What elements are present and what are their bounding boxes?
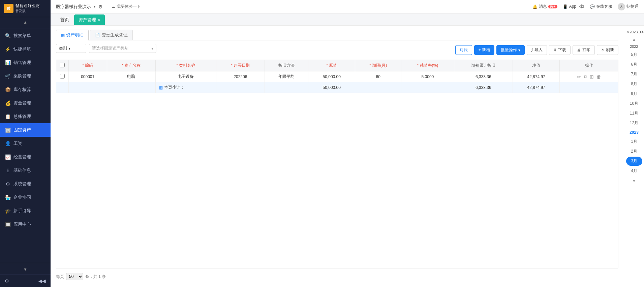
per-page-label: 每页 <box>56 274 64 280</box>
sidebar-item-search[interactable]: 🔍 搜索菜单 <box>0 29 51 42</box>
sidebar-item-operations[interactable]: 📈 经营管理 <box>0 150 51 164</box>
refresh-button[interactable]: ↻ 刷新 <box>597 45 618 55</box>
sidebar-item-ledger[interactable]: 📋 总账管理 <box>0 110 51 123</box>
year-2023-label: 2023 <box>626 128 642 136</box>
print-button[interactable]: 🖨 打印 <box>573 45 595 55</box>
th-purchase-date: * 购买日期 <box>216 60 265 71</box>
sidebar-item-sales[interactable]: 📊 销售管理 <box>0 56 51 69</box>
td-purchase-date: 202206 <box>216 71 265 82</box>
sidebar-item-payroll[interactable]: 👤 工资 <box>0 137 51 150</box>
sidebar-item-basic-info[interactable]: ℹ 基础信息 <box>0 164 51 177</box>
sub-tab-voucher[interactable]: 📄 变更生成凭证 <box>90 30 133 40</box>
sidebar-item-system[interactable]: ⚙ 系统管理 <box>0 177 51 191</box>
sidebar-item-fixed-assets[interactable]: 🏢 固定资产 <box>0 123 51 137</box>
tab-home[interactable]: 首页 <box>56 14 73 25</box>
message-label: 消息 <box>539 4 547 9</box>
subtotal-net-value: 42,874.97 <box>513 82 559 93</box>
refresh-icon: ↻ <box>601 48 605 53</box>
subtotal-empty5 <box>265 82 308 93</box>
subtotal-empty6 <box>355 82 401 93</box>
tab-assets-close[interactable]: ✕ <box>97 18 100 22</box>
funds-icon: 💰 <box>5 100 11 106</box>
month-2022-9[interactable]: 9月 <box>626 89 642 98</box>
collapse-icon[interactable]: ◀◀ <box>38 278 46 284</box>
print-label: 打印 <box>582 47 590 53</box>
sidebar-item-label: 销售管理 <box>13 60 31 66</box>
message-btn[interactable]: 🔔 消息 99+ <box>532 4 557 9</box>
company-dropdown-icon[interactable]: ▾ <box>94 4 96 9</box>
category-select[interactable]: 类别 ▾ <box>56 44 86 53</box>
sidebar-item-label: 库存核算 <box>13 87 31 93</box>
month-2022-8[interactable]: 8月 <box>626 79 642 89</box>
right-panel-close-icon[interactable]: ✕ <box>626 30 630 34</box>
user-name: 畅捷通 <box>626 4 639 9</box>
sidebar-item-purchase[interactable]: 🛒 采购管理 <box>0 69 51 83</box>
settings-icon[interactable]: ⚙ <box>5 278 9 284</box>
reconcile-button[interactable]: 对账 <box>455 45 472 55</box>
batch-label: 批量操作 <box>501 47 517 53</box>
sub-tab-asset-detail[interactable]: ▦ 资产明细 <box>56 30 89 40</box>
assets-table-container: * 编码 * 资产名称 * 类别名称 * 购买日期 折旧方法 * 原值 * 期限… <box>56 60 618 268</box>
month-2022-6[interactable]: 6月 <box>626 60 642 69</box>
month-2023-2[interactable]: 2月 <box>626 147 642 156</box>
sidebar-item-guide[interactable]: 🎓 新手引导 <box>0 204 51 218</box>
service-btn[interactable]: 💬 在线客服 <box>590 4 612 9</box>
toolbar-left: 类别 ▾ 请选择固定资产类别 ▾ <box>56 44 156 56</box>
reconcile-label: 对账 <box>460 47 468 53</box>
month-2022-11[interactable]: 11月 <box>626 109 642 118</box>
total-label: 条，共 1 条 <box>85 274 106 280</box>
sidebar-scroll-down[interactable]: ▼ <box>22 266 29 273</box>
sidebar-scroll-up[interactable]: ▲ <box>22 19 29 26</box>
right-panel-header: ✕ 2023.03 ⤢ <box>624 28 644 36</box>
td-net-value: 42,874.97 <box>513 71 559 82</box>
sidebar: 财 畅捷通好业财 普及版 ▲ 🔍 搜索菜单 ⚡ 快捷导航 📊 销售管理 🛒 采购… <box>0 0 51 287</box>
delete-action[interactable]: 🗑 <box>596 74 601 79</box>
batch-button[interactable]: 批量操作 ▾ <box>496 45 525 55</box>
category-input-arrow: ▾ <box>151 46 153 51</box>
system-icon: ⚙ <box>5 181 11 187</box>
user-menu[interactable]: 人 畅捷通 <box>618 3 639 10</box>
th-actions: 操作 <box>560 60 618 71</box>
company-gear-icon[interactable]: ⚙ <box>98 4 103 9</box>
th-name: * 资产名称 <box>107 60 155 71</box>
download-btn[interactable]: 📱 App下载 <box>563 4 584 9</box>
month-2023-1[interactable]: 1月 <box>626 137 642 146</box>
per-page-select[interactable]: 50 10 20 100 <box>66 273 83 280</box>
experience-btn[interactable]: ☁ 我要体验一下 <box>111 4 141 9</box>
panel-up-btn[interactable]: ▲ <box>631 36 638 43</box>
sidebar-item-label: 总账管理 <box>13 114 31 120</box>
subtotal-original-value: 50,000.00 <box>308 82 355 93</box>
select-all-checkbox[interactable] <box>60 63 65 67</box>
tab-assets[interactable]: 资产管理 ✕ <box>74 14 105 25</box>
month-2023-4[interactable]: 4月 <box>626 166 642 176</box>
row-checkbox[interactable] <box>60 74 65 78</box>
sidebar-item-enterprise[interactable]: 🏪 企业协同 <box>0 191 51 204</box>
month-2022-7[interactable]: 7月 <box>626 70 642 79</box>
td-accumulated-depreciation: 6,333.36 <box>454 71 513 82</box>
download-button[interactable]: ⬇ 下载 <box>549 45 571 55</box>
service-icon: 💬 <box>590 4 595 9</box>
new-button[interactable]: + 新增 <box>474 45 494 55</box>
transfer-action[interactable]: ⊞ <box>590 74 594 79</box>
sidebar-item-funds[interactable]: 💰 资金管理 <box>0 96 51 110</box>
subtotal-empty2 <box>68 82 107 93</box>
assets-icon: 🏢 <box>5 127 11 133</box>
sidebar-item-appcenter[interactable]: 🔲 应用中心 <box>0 218 51 231</box>
panel-down-btn[interactable]: ▼ <box>631 177 638 185</box>
import-button[interactable]: ⤴ 导入 <box>527 45 547 55</box>
month-2023-3[interactable]: 3月 <box>626 157 642 166</box>
month-2022-10[interactable]: 10月 <box>626 99 642 108</box>
category-input[interactable]: 请选择固定资产类别 ▾ <box>89 44 156 53</box>
edit-action[interactable]: ✏ <box>577 74 581 79</box>
sidebar-item-inventory[interactable]: 📦 库存核算 <box>0 83 51 96</box>
table-row: 000001 电脑 电子设备 202206 年限平均 50,000.00 60 … <box>56 71 618 82</box>
sidebar-item-quicknav[interactable]: ⚡ 快捷导航 <box>0 42 51 56</box>
import-icon: ⤴ <box>531 48 533 53</box>
topbar-right: 🔔 消息 99+ 📱 App下载 💬 在线客服 人 畅捷通 <box>532 3 639 10</box>
logo-name: 畅捷通好业财 <box>16 3 40 9</box>
month-2022-12[interactable]: 12月 <box>626 119 642 128</box>
td-checkbox <box>56 71 68 82</box>
sub-tab-voucher-label: 变更生成凭证 <box>101 32 128 38</box>
copy-action[interactable]: ⧉ <box>584 74 587 79</box>
month-2022-5[interactable]: 5月 <box>626 50 642 59</box>
